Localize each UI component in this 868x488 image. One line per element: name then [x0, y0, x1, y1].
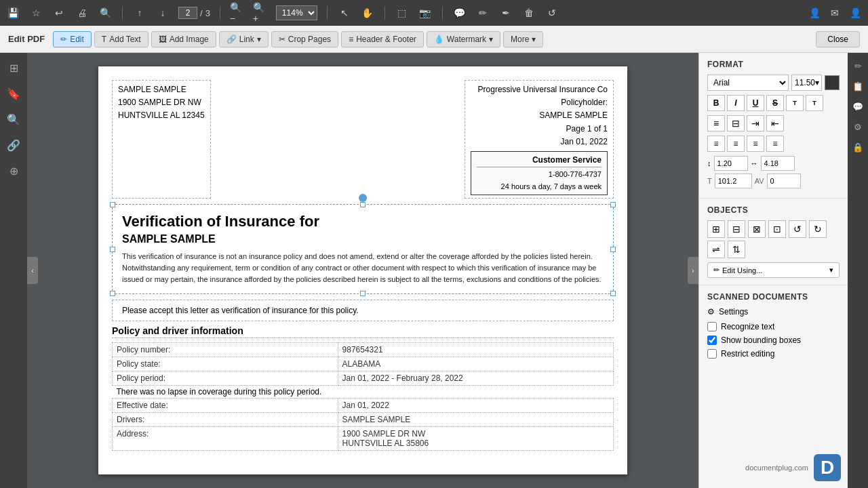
right-strip-icon-5[interactable]: 🔒 [850, 140, 865, 155]
resize-handle-tr[interactable] [610, 202, 616, 207]
comment-icon[interactable]: 💬 [452, 5, 467, 20]
sidebar-pages-icon[interactable]: ⊞ [4, 58, 23, 77]
align-left-button[interactable]: ≡ [707, 136, 725, 152]
crop-button[interactable]: ✂ Crop Pages [271, 31, 338, 47]
resize-handle-tc[interactable] [360, 202, 366, 207]
recognize-text-checkbox[interactable] [707, 322, 717, 331]
char-spacing-input[interactable] [761, 156, 795, 171]
zoom-select[interactable]: 114% 100% 75% [276, 5, 317, 20]
profile-icon[interactable]: 👤 [807, 5, 822, 20]
marquee-icon[interactable]: ⬚ [395, 5, 410, 20]
subscript-button[interactable]: T [806, 95, 823, 111]
align-right-button[interactable]: ≡ [747, 136, 764, 152]
obj-flip-h[interactable]: ⇌ [707, 241, 725, 258]
collapse-right-arrow[interactable]: › [688, 257, 698, 284]
add-text-button[interactable]: T Add Text [94, 31, 149, 47]
resize-handle-mr[interactable] [610, 247, 616, 252]
sidebar-layers-icon[interactable]: ⊕ [4, 161, 23, 180]
edit-pdf-label: Edit PDF [8, 34, 45, 44]
line-spacing-input[interactable] [714, 156, 748, 171]
link-button[interactable]: 🔗 Link ▾ [219, 31, 269, 47]
zoom-out-icon[interactable]: 🔍− [230, 5, 245, 20]
show-bounding-checkbox[interactable] [707, 336, 717, 345]
settings-button[interactable]: ⚙ Settings [707, 307, 840, 317]
delete-icon[interactable]: 🗑 [521, 5, 536, 20]
ink-icon[interactable]: ✒ [498, 5, 513, 20]
right-strip-icon-3[interactable]: 💬 [850, 99, 865, 114]
right-strip-icon-4[interactable]: ⚙ [850, 119, 865, 134]
resize-handle-br[interactable] [610, 291, 616, 296]
obj-crop[interactable]: ⊠ [748, 220, 766, 238]
av-input[interactable] [767, 174, 801, 188]
crop-icon: ✂ [279, 35, 285, 44]
undo-icon[interactable]: ↺ [545, 5, 559, 20]
color-picker[interactable] [825, 75, 840, 90]
watermark-button[interactable]: 💧 Watermark ▾ [427, 31, 500, 47]
font-scale-input[interactable] [715, 174, 752, 188]
italic-button[interactable]: I [727, 95, 745, 111]
account-icon[interactable]: 👤 [848, 5, 863, 20]
add-image-button[interactable]: 🖼 Add Image [151, 31, 216, 47]
outdent-button[interactable]: ⇤ [766, 115, 784, 131]
select-icon[interactable]: ↖ [337, 5, 352, 20]
superscript-button[interactable]: T [786, 95, 804, 111]
obj-rotate-left[interactable]: ↺ [789, 220, 806, 238]
refresh-icon[interactable]: ↩ [52, 5, 66, 20]
more-button[interactable]: More ▾ [503, 31, 543, 47]
right-strip-icon-1[interactable]: ✏ [850, 58, 865, 73]
close-button[interactable]: Close [816, 31, 860, 47]
unordered-list-button[interactable]: ≡ [707, 115, 725, 131]
prev-page-icon[interactable]: ↑ [132, 5, 147, 20]
obj-align-left[interactable]: ⊞ [707, 220, 725, 238]
resize-handle-bc[interactable] [360, 291, 366, 296]
print-icon[interactable]: 🖨 [75, 5, 90, 20]
policy-period-label: Policy period: [113, 371, 338, 386]
bold-button[interactable]: B [707, 95, 725, 111]
obj-align-center[interactable]: ⊟ [728, 220, 745, 238]
edit-button[interactable]: ✏ Edit [53, 31, 92, 47]
align-center-button[interactable]: ≡ [727, 136, 745, 152]
policy-period-value: Jan 01, 2022 - February 28, 2022 [338, 371, 613, 386]
gear-icon: ⚙ [707, 307, 715, 317]
align-justify-button[interactable]: ≡ [766, 136, 784, 152]
mail-icon[interactable]: ✉ [827, 5, 842, 20]
verification-box[interactable]: Verification of Insurance for SAMPLE SAM… [112, 204, 614, 294]
header-footer-button[interactable]: ≡ Header & Footer [341, 31, 424, 47]
zoom-in-icon[interactable]: 🔍+ [253, 5, 268, 20]
indent-button[interactable]: ⇥ [747, 115, 764, 131]
customer-service-hours: 24 hours a day, 7 days a week [477, 181, 601, 193]
underline-button[interactable]: U [747, 95, 764, 111]
left-sidebar: ⊞ 🔖 🔍 🔗 ⊕ [0, 53, 27, 488]
hand-icon[interactable]: ✋ [360, 5, 375, 20]
snapshot-icon[interactable]: 📷 [418, 5, 433, 20]
right-strip-icon-2[interactable]: 📋 [850, 79, 865, 94]
resize-handle-tl[interactable] [110, 202, 115, 207]
drag-handle[interactable] [359, 194, 367, 202]
obj-rotate-right[interactable]: ↻ [809, 220, 827, 238]
obj-distribute[interactable]: ⊡ [768, 220, 786, 238]
address-block[interactable]: SAMPLE SAMPLE 1900 SAMPLE DR NW HUNTSVIL… [112, 80, 211, 199]
header-icon: ≡ [349, 35, 353, 44]
policy-state-row: Policy state: ALABAMA [113, 357, 614, 371]
resize-handle-ml[interactable] [110, 247, 115, 252]
address-city: HUNTSVILLE AL 12345 [118, 109, 205, 122]
ordered-list-button[interactable]: ⊟ [727, 115, 745, 131]
objects-section: OBJECTS ⊞ ⊟ ⊠ ⊡ ↺ ↻ ⇌ ⇅ ✏ Edit Using... … [699, 199, 848, 285]
highlight-icon[interactable]: ✏ [475, 5, 490, 20]
edit-using-button[interactable]: ✏ Edit Using... ▾ [707, 262, 840, 278]
restrict-edit-checkbox[interactable] [707, 349, 717, 359]
sidebar-bookmark-icon[interactable]: 🔖 [4, 84, 23, 103]
search-icon[interactable]: 🔍 [98, 5, 113, 20]
sidebar-search-icon[interactable]: 🔍 [4, 110, 23, 129]
sidebar-link-icon[interactable]: 🔗 [4, 136, 23, 155]
collapse-left-arrow[interactable]: ‹ [27, 257, 38, 284]
next-page-icon[interactable]: ↓ [155, 5, 170, 20]
obj-flip-v[interactable]: ⇅ [728, 241, 745, 258]
font-select[interactable]: Arial [707, 75, 789, 91]
accept-section: Please accept this letter as verificatio… [112, 300, 614, 321]
page-number-input[interactable]: 2 [178, 7, 197, 19]
strikethrough-button[interactable]: S [766, 95, 784, 111]
bookmark-icon[interactable]: ☆ [28, 5, 43, 20]
resize-handle-bl[interactable] [110, 291, 115, 296]
save-icon[interactable]: 💾 [5, 5, 20, 20]
